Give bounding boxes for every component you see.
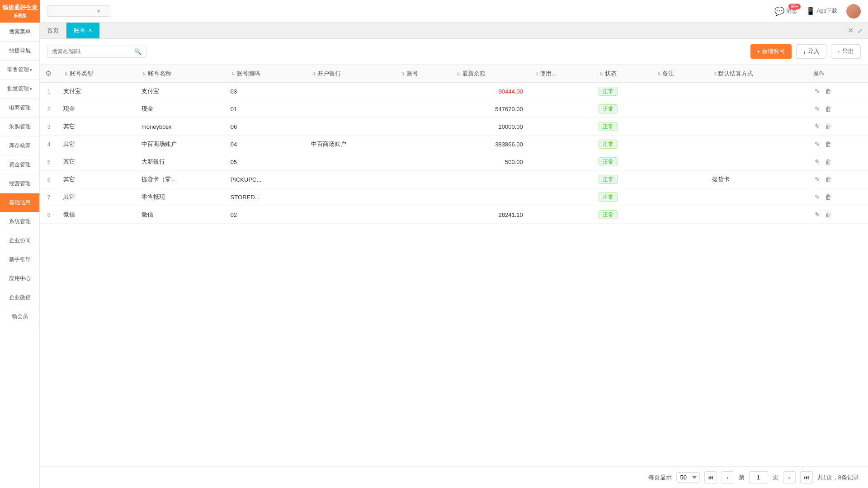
delete-button[interactable]: 🗑 (823, 157, 833, 166)
col-account[interactable]: ⇅ 账号 (395, 65, 450, 83)
export-label: 导出 (842, 47, 854, 56)
row-balance (450, 171, 528, 188)
close-window-icon[interactable]: ✕ (848, 26, 854, 35)
col-name[interactable]: ⇅ 账号名称 (136, 65, 225, 83)
account-search-input[interactable] (52, 48, 134, 55)
import-button[interactable]: ↓ 导入 (796, 44, 826, 59)
row-default-settle (707, 118, 807, 136)
col-remark[interactable]: ⇅ 备注 (651, 65, 707, 83)
row-usage (528, 188, 594, 206)
maximize-window-icon[interactable]: ⤢ (857, 27, 863, 34)
account-search-box[interactable]: 🔍 (47, 46, 146, 58)
edit-button[interactable]: ✎ (813, 175, 822, 184)
edit-button[interactable]: ✎ (813, 140, 822, 149)
topbar-search-box[interactable]: ▾ (47, 5, 110, 17)
row-balance: 547670.00 (450, 100, 528, 118)
sidebar-item-retail-mgmt[interactable]: 零售管理 ▾ (0, 61, 39, 80)
export-button[interactable]: ↑ 导出 (831, 44, 861, 59)
row-action: ✎ 🗑 (807, 118, 868, 136)
row-num: 7 (40, 188, 58, 206)
col-code[interactable]: ⇅ 账号编码 (225, 65, 306, 83)
row-action: ✎ 🗑 (807, 153, 868, 171)
edit-button[interactable]: ✎ (813, 157, 822, 166)
edit-button[interactable]: ✎ (813, 210, 822, 219)
delete-button[interactable]: 🗑 (823, 140, 833, 149)
tab-home[interactable]: 首页 (40, 23, 66, 38)
topbar-dropdown-icon[interactable]: ▾ (97, 8, 100, 14)
row-remark (651, 136, 707, 153)
import-icon: ↓ (803, 48, 806, 55)
sidebar-item-ecommerce-mgmt[interactable]: 电商管理 (0, 99, 39, 117)
row-usage (528, 206, 594, 224)
row-bank (306, 188, 395, 206)
edit-button[interactable]: ✎ (813, 192, 822, 202)
sidebar-item-purchase-mgmt[interactable]: 采购管理 (0, 117, 39, 136)
sidebar-item-search-menu[interactable]: 搜索菜单 (0, 23, 39, 42)
table-row: 8 微信 微信 02 28241.10 正常 ✎ 🗑 (40, 206, 868, 224)
row-num: 4 (40, 136, 58, 153)
row-num: 6 (40, 171, 58, 188)
row-account (395, 171, 450, 188)
search-icon[interactable]: 🔍 (134, 48, 142, 55)
edit-button[interactable]: ✎ (813, 87, 822, 96)
status-badge: 正常 (599, 175, 618, 184)
topbar-search-input[interactable] (52, 8, 97, 14)
avatar[interactable] (846, 4, 861, 19)
tab-account-label: 账号 (74, 27, 85, 35)
pagination-page-input[interactable] (749, 471, 768, 484)
delete-button[interactable]: 🗑 (823, 192, 833, 202)
page-toolbar: 🔍 + 新增账号 ↓ 导入 ↑ 导出 (40, 39, 868, 65)
tab-account-close[interactable]: ✕ (88, 28, 92, 33)
edit-button[interactable]: ✎ (813, 104, 822, 113)
delete-button[interactable]: 🗑 (823, 87, 833, 96)
row-default-settle (707, 100, 807, 118)
delete-button[interactable]: 🗑 (823, 210, 833, 219)
sidebar-item-sys-mgmt[interactable]: 系统管理 (0, 212, 39, 231)
row-balance: 383866.00 (450, 136, 528, 153)
sidebar-item-corp-wechat[interactable]: 企业微信 (0, 288, 39, 307)
sidebar-item-app-center[interactable]: 应用中心 (0, 269, 39, 288)
row-account (395, 83, 450, 100)
col-status[interactable]: ⇅ 状态 (593, 65, 651, 83)
accounts-table: ⚙ ⇅ 账号类型 ⇅ 账号名称 ⇅ 账号编码 ⇅ 开户银行 ⇅ 账号 ⇅ 最新余… (40, 65, 868, 224)
pagination-last[interactable]: ⏭ (800, 471, 813, 484)
sidebar-item-corp-agreement[interactable]: 企业协同 (0, 231, 39, 250)
delete-button[interactable]: 🗑 (823, 104, 833, 113)
table-row: 1 支付宝 支付宝 03 -90444.00 正常 ✎ 🗑 (40, 83, 868, 100)
delete-button[interactable]: 🗑 (823, 175, 833, 184)
edit-button[interactable]: ✎ (813, 122, 822, 131)
row-name: 提货卡（零... (136, 171, 225, 188)
sidebar-item-ops-mgmt[interactable]: 经营管理 (0, 174, 39, 193)
col-default-settle[interactable]: ⇅ 默认结算方式 (707, 65, 807, 83)
row-default-settle (707, 188, 807, 206)
sidebar-item-quick-nav[interactable]: 快捷导航 (0, 42, 39, 61)
col-type[interactable]: ⇅ 账号类型 (58, 65, 136, 83)
sidebar-item-basic-info[interactable]: 基础信息 (0, 193, 39, 212)
pagination-next[interactable]: › (783, 471, 796, 484)
delete-button[interactable]: 🗑 (823, 122, 833, 131)
col-balance[interactable]: ⇅ 最新余额 (450, 65, 528, 83)
sidebar-item-finance-mgmt[interactable]: 资金管理 (0, 155, 39, 174)
row-bank (306, 83, 395, 100)
sidebar-item-vip[interactable]: 畅会员 (0, 307, 39, 326)
pagination-first[interactable]: ⏮ (704, 471, 717, 484)
pagination-prev[interactable]: ‹ (722, 471, 734, 484)
col-usage[interactable]: ⇅ 使用... (528, 65, 594, 83)
sidebar-item-newbie-guide[interactable]: 新手引导 (0, 250, 39, 269)
app-download-button[interactable]: 📱 App下载 (806, 7, 837, 15)
sidebar-item-wholesale-mgmt[interactable]: 批发管理 ▾ (0, 80, 39, 99)
page-size-select[interactable]: 50 100 200 (676, 472, 700, 483)
tab-account[interactable]: 账号 ✕ (66, 23, 100, 38)
row-type: 其它 (58, 171, 136, 188)
app-download-label: App下载 (817, 7, 837, 15)
row-num: 2 (40, 100, 58, 118)
message-button[interactable]: 💬 消息 99+ (774, 6, 797, 16)
row-remark (651, 100, 707, 118)
row-type: 其它 (58, 153, 136, 171)
col-settings[interactable]: ⚙ (40, 65, 58, 83)
col-bank[interactable]: ⇅ 开户银行 (306, 65, 395, 83)
add-account-button[interactable]: + 新增账号 (750, 44, 792, 59)
row-num: 5 (40, 153, 58, 171)
row-name: 微信 (136, 206, 225, 224)
sidebar-item-inventory-check[interactable]: 库存核算 (0, 136, 39, 155)
